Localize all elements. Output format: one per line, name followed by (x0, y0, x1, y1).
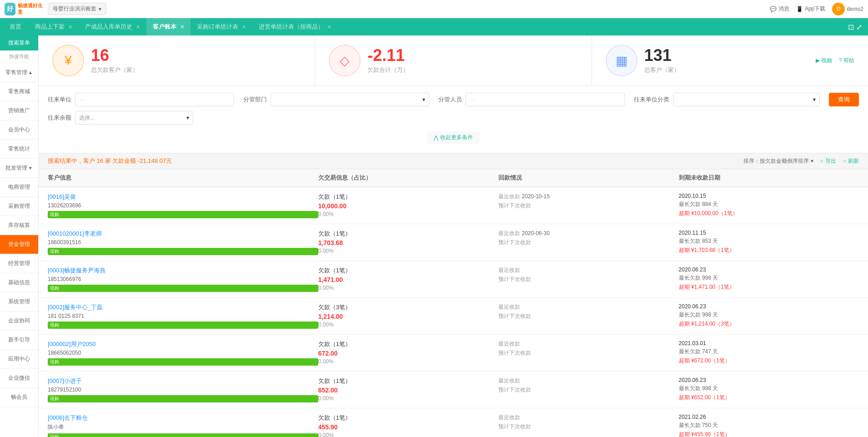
sidebar-item-basic-info[interactable]: 基础信息 (0, 273, 38, 292)
overdue-link-2[interactable]: 超期 ¥1,471.00（1笔） (679, 283, 859, 291)
overdue-link-6[interactable]: 超期 ¥455.90（1笔） (679, 431, 859, 437)
customer-name-0[interactable]: [0016]吴俊 (48, 193, 318, 201)
debt-count-5: 欠款（1笔） (318, 377, 498, 385)
sidebar-item-quick-nav: 快捷导航 (0, 50, 38, 63)
due-info-0: 2020.10.15 最长欠款 884 天 超期 ¥10,000.00（1笔） (679, 193, 859, 217)
sidebar-item-retail-mall[interactable]: 零售商城 (0, 82, 38, 101)
filter-group-person: 分管人员 ··· (438, 93, 625, 106)
customer-phone-1: 18600391516 (48, 239, 318, 246)
help-link[interactable]: ? 帮助 (839, 57, 854, 65)
sidebar-item-wecom[interactable]: 企业微信 (0, 369, 38, 388)
sidebar-item-finance[interactable]: 资金管理 (0, 235, 38, 254)
col-header-customer: 客户信息 (48, 174, 318, 182)
customer-tag-6: 现购 (48, 433, 318, 437)
customer-table: 客户信息 欠交易信息（占比） 回款情况 到期未收款日期 [0016]吴俊 130… (39, 169, 868, 437)
maximize-icon[interactable]: ⤢ (856, 23, 862, 31)
close-icon[interactable]: ✕ (327, 24, 331, 30)
overdue-link-0[interactable]: 超期 ¥10,000.00（1笔） (679, 210, 859, 217)
stat-value-customers: 16 (91, 47, 138, 64)
stat-block-total: ▦ 131 总客户（家） ▶ 视频 ? 帮助 (592, 35, 868, 85)
restore-icon[interactable]: ⊡ (848, 23, 854, 31)
customer-name-4[interactable]: [000002]用户2050 (48, 340, 318, 348)
results-summary: 搜索结果中，客户 16 家 欠款金额 -21,148.07元 (48, 157, 172, 165)
tab-inbound-stats[interactable]: 进货单统计表（按商品） ✕ (252, 18, 338, 35)
refresh-button[interactable]: ○ 刷新 (843, 157, 859, 165)
stat-help-links: ▶ 视频 ? 帮助 (816, 57, 854, 65)
export-button[interactable]: ○ 导出 (820, 157, 836, 165)
sidebar-item-guide[interactable]: 新手引导 (0, 331, 38, 350)
overdue-link-1[interactable]: 超期 ¥1,703.68（1笔） (679, 246, 859, 254)
overdue-link-5[interactable]: 超期 ¥652.00（1笔） (679, 394, 859, 402)
customer-tag-1: 现购 (48, 248, 318, 255)
close-icon[interactable]: ✕ (242, 24, 246, 30)
filter-row-1: 往来单位 ··· 分管部门 ▾ 分管人员 ··· (48, 93, 859, 106)
stat-text-customers: 16 总欠款客户（家） (91, 47, 138, 74)
close-icon[interactable]: ✕ (180, 24, 184, 30)
customer-name-6[interactable]: [0006]去下粮仓 (48, 414, 318, 422)
table-row: [0002]服务中心_丁磊 181 0125 8371 现购 欠款（3笔） 1,… (39, 298, 868, 335)
filter-input-balance[interactable]: 选择... ▾ (75, 111, 193, 125)
filter-input-category[interactable]: ▾ (673, 93, 820, 106)
customer-tag-2: 现购 (48, 285, 318, 292)
user-menu[interactable]: D demo2 (832, 3, 863, 15)
sort-select[interactable]: 排序：按欠款金额倒序排序 ▾ (743, 157, 813, 165)
customer-name-3[interactable]: [0002]服务中心_丁磊 (48, 303, 318, 311)
customer-name-5[interactable]: [0007]小进干 (48, 377, 318, 385)
close-icon[interactable]: ✕ (68, 24, 72, 30)
sidebar-item-enterprise[interactable]: 企业协同 (0, 311, 38, 331)
close-icon[interactable]: ✕ (136, 24, 140, 30)
sidebar-item-marketing[interactable]: 营销推广 (0, 101, 38, 121)
sidebar-item-retail-mgmt[interactable]: 零售管理 ▲ (0, 63, 38, 82)
customer-name-2[interactable]: [0003]畅捷服务尹海燕 (48, 266, 318, 275)
overdue-link-4[interactable]: 超期 ¥672.00（1笔） (679, 357, 859, 365)
payback-info-2: 最近收款 预计下次收款 (498, 266, 678, 283)
sidebar-item-member-center[interactable]: 会员中心 (0, 121, 38, 140)
stat-label-debt: 欠款合计（万） (367, 66, 409, 74)
filter-input-unit[interactable]: ··· (75, 93, 234, 106)
sidebar-item-ecommerce[interactable]: 电商管理 (0, 178, 38, 197)
results-actions: 排序：按欠款金额倒序排序 ▾ ○ 导出 ○ 刷新 (743, 157, 859, 165)
app-download-button[interactable]: 📱 App下载 (796, 5, 825, 13)
filter-input-dept[interactable]: ▾ (271, 93, 430, 106)
video-link[interactable]: ▶ 视频 (816, 57, 832, 65)
message-icon: 💬 (770, 6, 777, 12)
tab-product-listing[interactable]: 商品上下架 ✕ (29, 18, 79, 35)
filter-group-dept: 分管部门 ▾ (243, 93, 430, 106)
tab-warehouse-history[interactable]: 产成品入库单历史 ✕ (79, 18, 146, 35)
refresh-icon: ○ (843, 158, 846, 164)
sidebar-item-wholesale-mgmt[interactable]: 批发管理 ▼ (0, 159, 38, 178)
customer-info-4: [000002]用户2050 18665062050 现购 (48, 340, 318, 366)
payback-info-6: 最近收款 预计下次收款 (498, 414, 678, 431)
sidebar-item-app-center[interactable]: 应用中心 (0, 350, 38, 369)
stats-header: ¥ 16 总欠款客户（家） ◇ -2.11 欠款合计（万） ▦ 131 总客户（… (39, 35, 868, 86)
industry-dropdown[interactable]: 母婴行业演示账套 ▾ (48, 3, 106, 15)
tab-home[interactable]: 首页 (2, 18, 29, 35)
stat-block-debt: ◇ -2.11 欠款合计（万） (315, 35, 592, 85)
collapse-button[interactable]: ⋀ 收起更多条件 (427, 131, 480, 144)
table-row: [0006]去下粮仓 陈小希 现购 欠款（1笔） 455.90 0.00% 最近… (39, 408, 868, 437)
customer-name-1[interactable]: [0001020001]李老师 (48, 230, 318, 238)
sidebar-item-purchase-mgmt[interactable]: 采购管理 (0, 197, 38, 216)
search-button[interactable]: 查询 (829, 93, 859, 106)
tab-customer-account[interactable]: 客户账本 ✕ (146, 18, 191, 35)
filter-group-balance: 往来余额 选择... ▾ (48, 111, 193, 125)
chevron-icon: ▲ (28, 70, 33, 75)
overdue-link-3[interactable]: 超期 ¥1,214.00（3笔） (679, 320, 859, 328)
customer-phone-2: 18513066976 (48, 276, 318, 282)
debt-count-3: 欠款（3笔） (318, 303, 498, 311)
customer-tag-0: 现购 (48, 211, 318, 218)
nav-tabs: 首页 商品上下架 ✕ 产成品入库单历史 ✕ 客户账本 ✕ 采购订单统计表 ✕ 进… (0, 18, 868, 35)
message-button[interactable]: 💬 消息 (770, 5, 789, 13)
search-menu-item[interactable]: 搜索菜单 (0, 35, 38, 50)
logo-text: 畅捷通好生意 (18, 3, 43, 15)
sidebar-item-business-mgmt[interactable]: 经营管理 (0, 254, 38, 273)
sidebar-item-inventory[interactable]: 库存核算 (0, 216, 38, 235)
tab-purchase-stats[interactable]: 采购订单统计表 ✕ (191, 18, 252, 35)
stat-label-customers: 总欠款客户（家） (91, 66, 138, 74)
filter-input-person[interactable]: ··· (466, 93, 625, 106)
sidebar-item-retail-stats[interactable]: 零售统计 (0, 140, 38, 159)
sidebar-item-system[interactable]: 系统管理 (0, 292, 38, 311)
results-bar: 搜索结果中，客户 16 家 欠款金额 -21,148.07元 排序：按欠款金额倒… (39, 153, 868, 169)
nav-window-controls[interactable]: ⊡ ⤢ (844, 23, 866, 31)
sidebar-item-vip[interactable]: 畅会员 (0, 388, 38, 407)
